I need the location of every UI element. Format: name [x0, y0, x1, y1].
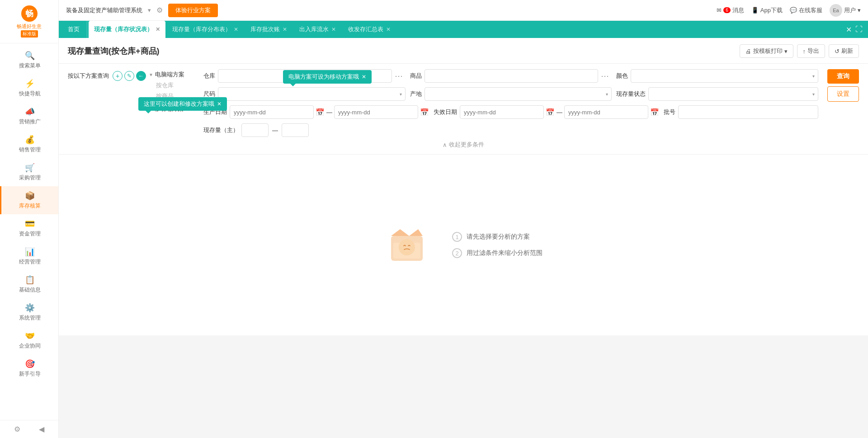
tab-inventory-dist[interactable]: 现存量（库存分布表） ✕: [167, 23, 244, 36]
refresh-icon: ↺: [835, 48, 840, 55]
plan-desktop-label: 电脑端方案: [155, 71, 184, 79]
filter-by-label: 按以下方案查询: [68, 69, 109, 80]
sidebar-item-inventory[interactable]: 📦 库存核算: [0, 186, 58, 214]
stock-status-select[interactable]: [648, 87, 818, 101]
origin-select[interactable]: [425, 87, 612, 101]
tooltip1-text: 电脑方案可设为移动方案哦: [288, 73, 359, 81]
sidebar-item-finance[interactable]: 💳 资金管理: [0, 214, 58, 242]
size-select[interactable]: [218, 87, 406, 101]
refresh-btn[interactable]: ↺ 刷新: [829, 44, 859, 58]
online-service-label: 在线客服: [799, 6, 822, 14]
collapse-more-btn[interactable]: ∧ 收起更多条件: [68, 137, 859, 149]
tab-close-icon[interactable]: ✕: [234, 26, 238, 33]
collapse-sidebar-icon[interactable]: ◀: [39, 425, 44, 433]
message-label: 消息: [732, 6, 744, 14]
tab-inout-flow[interactable]: 出入库流水 ✕: [294, 23, 341, 36]
produce-date-end-calendar-icon[interactable]: 📅: [420, 108, 429, 117]
chart-icon: 📊: [25, 247, 35, 257]
sidebar-item-marketing[interactable]: 📣 营销推广: [0, 102, 58, 130]
reset-btn[interactable]: 设置: [827, 86, 859, 102]
add-plan-btn[interactable]: +: [113, 71, 123, 81]
sidebar-item-label: 库存核算: [19, 202, 41, 210]
expire-date-end-input[interactable]: [564, 105, 648, 119]
tab-close-icon[interactable]: ✕: [386, 26, 391, 33]
lightning-icon: ⚡: [25, 79, 35, 89]
tooltip2-arrow: [146, 111, 151, 113]
sidebar-item-basic-info[interactable]: 📋 基础信息: [0, 270, 58, 298]
expire-date-start-input[interactable]: [460, 105, 544, 119]
tooltip2-close-icon[interactable]: ✕: [217, 101, 222, 107]
stock-main-end-input[interactable]: [282, 123, 309, 137]
megaphone-icon: 📣: [25, 107, 35, 117]
print-label: 按模板打印: [753, 47, 783, 55]
sidebar-item-label: 销售管理: [19, 146, 41, 154]
close-all-tabs-icon[interactable]: ✕: [846, 25, 852, 34]
sidebar-item-purchase[interactable]: 🛒 采购管理: [0, 158, 58, 186]
sidebar-item-nav[interactable]: ⚡ 快捷导航: [0, 74, 58, 102]
settings-icon[interactable]: ⚙: [156, 6, 163, 14]
app-download-btn[interactable]: 📱 App下载: [751, 6, 783, 14]
tab-batch[interactable]: 库存批次账 ✕: [245, 23, 292, 36]
page-title: 现存量查询(按仓库+商品): [68, 46, 160, 62]
expire-date-start-calendar-icon[interactable]: 📅: [546, 108, 555, 117]
money-icon: 💰: [25, 135, 35, 145]
tab-inventory-status[interactable]: 现存量（库存状况表） ✕: [89, 21, 165, 38]
warehouse-label: 仓库: [203, 72, 215, 80]
edit-plan-btn[interactable]: ✎: [124, 71, 134, 81]
warehouse-more-icon[interactable]: ⋯: [392, 71, 406, 81]
goods-more-icon[interactable]: ⋯: [598, 71, 612, 81]
sidebar-item-search[interactable]: 🔍 搜索菜单: [0, 46, 58, 74]
tooltip1-close-icon[interactable]: ✕: [362, 74, 366, 80]
search-btn[interactable]: 查询: [827, 69, 859, 84]
tab-close-icon[interactable]: ✕: [331, 26, 336, 33]
empty-tips: 1 请先选择要分析的方案 2 用过滤条件来缩小分析范围: [452, 232, 542, 258]
settings-bottom-icon[interactable]: ⚙: [14, 425, 20, 433]
tab-label: 出入库流水: [299, 25, 329, 33]
system-title-dropdown-icon[interactable]: ▾: [148, 7, 151, 14]
goods-input[interactable]: [425, 69, 599, 83]
plan-sub-warehouse-label: 按仓库: [156, 81, 174, 89]
tab-close-icon[interactable]: ✕: [156, 26, 160, 33]
color-label: 颜色: [616, 72, 628, 80]
user-menu[interactable]: Ea 用户 ▾: [830, 4, 861, 17]
online-service-btn[interactable]: 💬 在线客服: [790, 6, 822, 14]
tooltip2-text: 这里可以创建和修改方案哦: [144, 100, 214, 108]
produce-date-end-input[interactable]: [334, 105, 418, 119]
color-select-wrap: ▾: [631, 69, 818, 83]
app-logo: 畅 畅通好生意 标准版: [0, 0, 58, 43]
tab-close-icon[interactable]: ✕: [283, 26, 287, 33]
color-select[interactable]: [631, 69, 818, 83]
export-btn[interactable]: ↑ 导出: [797, 44, 826, 58]
empty-svg-icon: [384, 220, 434, 270]
message-icon: ✉: [717, 7, 722, 14]
experience-btn[interactable]: 体验行业方案: [168, 4, 218, 17]
filter-section: 按以下方案查询 + ✎ ← ▼ 电脑端方案 按仓库: [59, 64, 868, 155]
tooltip-desktop-plan: 电脑方案可设为移动方案哦 ✕: [283, 70, 372, 84]
tab-summary[interactable]: 收发存汇总表 ✕: [343, 23, 396, 36]
produce-date-start-input[interactable]: [230, 105, 314, 119]
user-name: 用户: [844, 6, 856, 14]
tab-home[interactable]: 首页: [61, 21, 87, 38]
svg-point-2: [399, 239, 415, 255]
collapse-more-label: 收起更多条件: [449, 141, 484, 149]
expire-date-end-calendar-icon[interactable]: 📅: [650, 108, 659, 117]
message-btn[interactable]: ✉ 6 消息: [717, 6, 744, 14]
user-dropdown-icon: ▾: [858, 7, 861, 14]
sidebar-item-system[interactable]: ⚙️ 系统管理: [0, 298, 58, 326]
batch-input[interactable]: [678, 105, 818, 119]
print-btn[interactable]: 🖨 按模板打印 ▾: [740, 44, 793, 58]
sidebar-item-beginner[interactable]: 🎯 新手引导: [0, 354, 58, 382]
plan-sub-warehouse[interactable]: 按仓库: [149, 80, 203, 91]
sidebar-item-sales[interactable]: 💰 销售管理: [0, 130, 58, 158]
sidebar-item-enterprise[interactable]: 🤝 企业协同: [0, 326, 58, 354]
avatar: Ea: [830, 4, 842, 17]
plan-desktop[interactable]: ▼ 电脑端方案: [149, 69, 203, 80]
produce-date-start-calendar-icon[interactable]: 📅: [316, 108, 325, 117]
maximize-icon[interactable]: ⛶: [855, 25, 863, 33]
sidebar-item-label: 快捷导航: [19, 90, 41, 98]
arrow-plan-btn[interactable]: ←: [136, 71, 146, 81]
sidebar-item-operations[interactable]: 📊 经营管理: [0, 242, 58, 270]
main-area: 装备及固定资产辅助管理系统 ▾ ⚙ 体验行业方案 ✉ 6 消息 📱 App下载 …: [59, 0, 868, 438]
stock-main-input[interactable]: [241, 123, 269, 137]
produce-date-separator: —: [326, 109, 332, 116]
